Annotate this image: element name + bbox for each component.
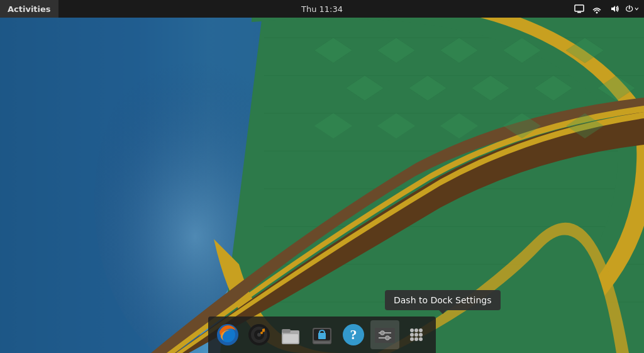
svg-point-41: [410, 337, 414, 341]
dock-icon-file-manager[interactable]: [276, 320, 305, 349]
power-button[interactable]: [625, 2, 639, 16]
svg-point-32: [380, 331, 384, 335]
svg-point-40: [419, 333, 423, 337]
activities-label: Activities: [8, 4, 51, 14]
svg-point-34: [386, 336, 389, 340]
svg-text:?: ?: [350, 327, 357, 342]
dock-icon-show-apps[interactable]: [402, 320, 431, 349]
svg-rect-26: [318, 333, 326, 339]
system-tray: [572, 2, 644, 16]
svg-point-19: [257, 333, 261, 337]
svg-rect-23: [283, 334, 298, 343]
dock-icon-firefox[interactable]: [213, 320, 242, 349]
dock: ?: [208, 317, 436, 353]
network-icon[interactable]: [590, 2, 604, 16]
svg-rect-30: [375, 328, 395, 343]
dock-icon-help[interactable]: ?: [339, 320, 368, 349]
dock-icon-dash-settings[interactable]: [370, 320, 399, 349]
svg-point-12: [596, 12, 598, 14]
svg-point-37: [419, 328, 423, 332]
desktop: Activities Thu 11:34: [0, 0, 644, 353]
activities-button[interactable]: Activities: [0, 0, 58, 18]
svg-point-35: [410, 328, 414, 332]
svg-point-36: [414, 328, 418, 332]
svg-rect-11: [577, 12, 581, 13]
svg-point-15: [224, 331, 231, 339]
clock: Thu 11:34: [301, 4, 343, 14]
topbar: Activities Thu 11:34: [0, 0, 644, 18]
svg-point-38: [410, 333, 414, 337]
dock-icon-rhythmbox[interactable]: [245, 320, 274, 349]
svg-rect-22: [282, 329, 291, 333]
svg-rect-27: [314, 342, 330, 343]
svg-rect-10: [575, 5, 584, 11]
svg-point-43: [419, 337, 423, 341]
svg-point-20: [260, 332, 263, 334]
screen-icon[interactable]: [572, 2, 586, 16]
dock-icon-software[interactable]: [308, 320, 336, 349]
svg-point-42: [414, 337, 418, 341]
clock-time: Thu 11:34: [301, 4, 343, 14]
svg-point-39: [414, 333, 418, 337]
volume-icon[interactable]: [608, 2, 621, 16]
